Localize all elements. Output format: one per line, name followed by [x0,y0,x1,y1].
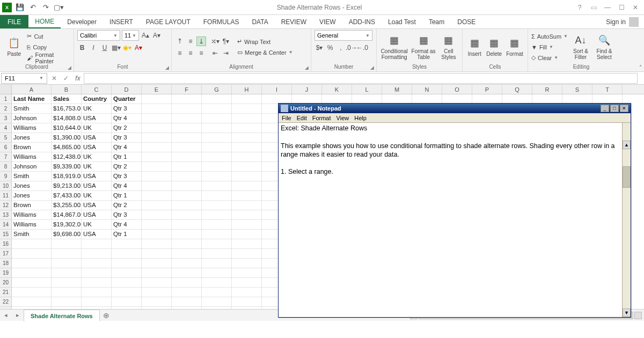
cell[interactable] [172,220,202,230]
scroll-up-icon[interactable]: ▲ [623,141,631,149]
delete-cells-button[interactable]: ▦Delete [485,37,502,57]
cell[interactable] [172,268,202,278]
sort-filter-button[interactable]: A↓Sort & Filter [570,34,591,60]
cell[interactable] [142,220,172,230]
scroll-thumb[interactable] [623,166,631,188]
maximize-button[interactable]: ☐ [615,2,628,13]
cell[interactable] [172,94,202,104]
row-header[interactable]: 10 [0,181,12,191]
cell[interactable]: Brown [12,143,52,152]
percent-button[interactable]: % [325,43,335,53]
cell[interactable] [52,297,82,307]
cell[interactable] [172,133,202,143]
cell[interactable]: Johnson [12,114,52,123]
row-header[interactable]: 18 [0,259,12,268]
cell[interactable]: USA [82,133,112,143]
cell[interactable] [232,249,262,259]
row-header[interactable]: 15 [0,230,12,239]
cell[interactable]: UK [82,162,112,172]
row-header[interactable]: 12 [0,201,12,210]
cell[interactable] [202,201,232,210]
cell[interactable] [142,152,172,162]
cell[interactable] [172,143,202,152]
cell[interactable] [52,249,82,259]
decrease-font-button[interactable]: A▾ [152,31,162,40]
cell[interactable] [232,191,262,201]
row-header[interactable]: 19 [0,268,12,278]
cell[interactable] [232,278,262,288]
cell[interactable] [172,230,202,239]
cell[interactable] [112,297,142,307]
cell[interactable] [172,191,202,201]
cell[interactable] [142,259,172,268]
column-header[interactable]: A [12,85,52,94]
cell[interactable] [12,297,52,307]
cell[interactable] [202,259,232,268]
notepad-maximize-button[interactable]: □ [610,105,619,112]
column-header[interactable]: S [562,85,592,94]
cell[interactable] [82,278,112,288]
new-sheet-button[interactable]: ⊕ [100,311,113,320]
cell[interactable] [232,152,262,162]
save-button[interactable]: 💾 [15,3,25,12]
enter-formula-button[interactable]: ✓ [60,75,72,82]
cell[interactable]: Williams [12,220,52,230]
cell[interactable] [142,133,172,143]
cell[interactable] [172,278,202,288]
cell[interactable] [142,249,172,259]
help-button[interactable]: ? [573,2,586,13]
cell[interactable]: USA [82,230,112,239]
cell[interactable] [142,123,172,133]
notepad-menu-edit[interactable]: Edit [297,115,307,121]
cell[interactable] [142,104,172,114]
cell[interactable] [202,104,232,114]
cell[interactable] [172,259,202,268]
increase-decimal-button[interactable]: .0→ [347,43,356,53]
cell[interactable] [172,181,202,191]
column-header[interactable]: F [172,85,202,94]
autosum-button[interactable]: ΣAutoSum▼ [531,32,568,41]
sign-in-link[interactable]: Sign in [601,15,644,28]
name-box[interactable]: F11▼ [1,73,47,84]
tab-developer[interactable]: Developer [61,15,103,28]
format-cells-button[interactable]: ▦Format [505,37,524,57]
cell[interactable] [82,288,112,297]
cell[interactable] [172,239,202,249]
orientation-button[interactable]: ⤭▾ [210,36,220,46]
row-header[interactable]: 20 [0,278,12,288]
cell[interactable]: Williams [12,152,52,162]
cell[interactable] [142,239,172,249]
tab-formulas[interactable]: FORMULAS [197,15,246,28]
cell[interactable]: $9,698.00 [52,230,82,239]
cell[interactable] [52,278,82,288]
tab-addins[interactable]: ADD-INS [342,15,382,28]
column-header[interactable]: B [52,85,82,94]
font-size-select[interactable]: 11▼ [122,30,139,41]
text-direction-button[interactable]: ¶▾ [221,36,231,46]
cell[interactable] [232,220,262,230]
conditional-formatting-button[interactable]: ▦Conditional Formatting [380,34,408,60]
cell[interactable]: Smith [12,172,52,181]
cell[interactable] [52,239,82,249]
cell[interactable] [202,230,232,239]
row-header[interactable]: 9 [0,172,12,181]
cell[interactable] [202,162,232,172]
format-as-table-button[interactable]: ▦Format as Table [411,34,436,60]
column-header[interactable]: H [232,85,262,94]
cell[interactable] [232,268,262,278]
cell[interactable]: Qtr 1 [112,230,142,239]
column-header[interactable]: K [322,85,352,94]
cancel-formula-button[interactable]: ✕ [48,75,60,82]
cell[interactable]: Qtr 1 [112,191,142,201]
cell[interactable]: Qtr 3 [112,210,142,220]
cell[interactable] [82,239,112,249]
cell[interactable] [232,181,262,191]
tab-team[interactable]: Team [422,15,451,28]
cell[interactable] [232,288,262,297]
ribbon-options-button[interactable]: ▭ [587,2,600,13]
cell[interactable] [202,133,232,143]
cell[interactable]: $16,753.00 [52,104,82,114]
cell[interactable] [172,201,202,210]
fill-button[interactable]: ▼Fill▼ [531,42,568,52]
cell[interactable] [232,172,262,181]
